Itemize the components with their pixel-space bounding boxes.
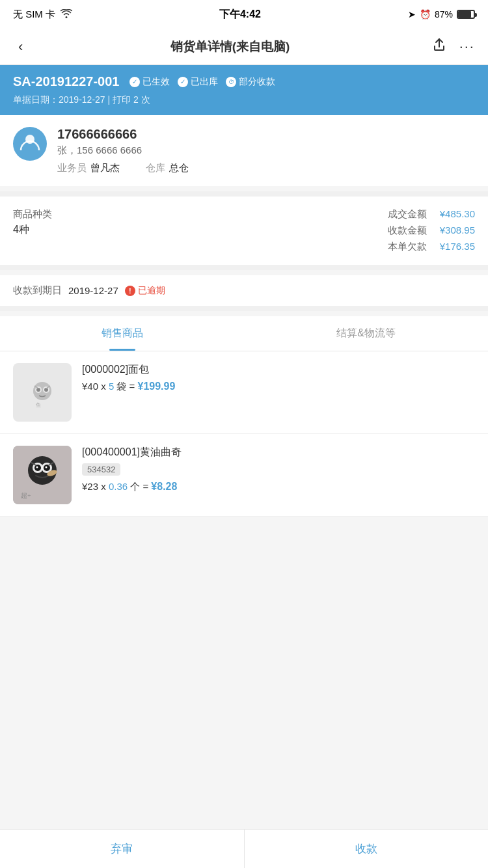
order-sub-info: 单据日期：2019-12-27 | 打印 2 次 <box>13 94 475 106</box>
product-type-count: 4种 <box>13 224 29 235</box>
customer-info: 17666666666 张，156 6666 6666 业务员 曾凡杰 仓库 总… <box>57 127 475 174</box>
product-price-1: ¥40 x 5 袋 = ¥199.99 <box>82 381 475 393</box>
page-title: 销货单详情(来自电脑) <box>170 38 290 55</box>
salesman-info: 业务员 曾凡杰 <box>57 162 120 174</box>
divider-3 <box>0 306 488 311</box>
product-type-label: 商品种类 <box>13 208 52 221</box>
received-value: ¥308.95 <box>440 224 475 237</box>
confirm-button[interactable]: 收款 <box>245 830 489 868</box>
status-right: ➤ ⏰ 87% <box>408 9 475 20</box>
due-date-label: 收款到期日 <box>13 284 62 297</box>
order-header-banner: SA-20191227-001 ✓ 已生效 ✓ 已出库 ⏱ 部分收款 单据日期：… <box>0 65 488 115</box>
stat-debt-row: 本单欠款 ¥176.35 <box>388 241 475 253</box>
warehouse-value: 总仓 <box>169 162 189 174</box>
badge-shipped: ✓ 已出库 <box>178 76 218 88</box>
stat-received-row: 收款金额 ¥308.95 <box>388 224 475 237</box>
svg-text:超+: 超+ <box>21 492 31 499</box>
product-total-1: ¥199.99 <box>138 381 176 392</box>
due-date-value: 2019-12-27 <box>68 285 118 296</box>
customer-id: 17666666666 <box>57 127 475 142</box>
product-name-1: [0000002]面包 <box>82 363 475 377</box>
received-label: 收款金额 <box>388 224 427 237</box>
customer-meta: 业务员 曾凡杰 仓库 总仓 <box>57 162 475 174</box>
order-status-badges: ✓ 已生效 ✓ 已出库 ⏱ 部分收款 <box>129 76 275 88</box>
carrier-text: 无 SIM 卡 <box>13 8 55 21</box>
product-image-2: 超+ <box>13 446 72 504</box>
status-time: 下午4:42 <box>219 8 261 21</box>
warehouse-info: 仓库 总仓 <box>146 162 189 174</box>
bottom-bar: 弃审 收款 <box>0 829 488 868</box>
tab-settlement[interactable]: 结算&物流等 <box>244 316 488 351</box>
debt-value: ¥176.35 <box>440 241 475 253</box>
product-details-1: [0000002]面包 ¥40 x 5 袋 = ¥199.99 <box>82 363 475 393</box>
salesman-label: 业务员 <box>57 162 87 174</box>
check-icon-1: ✓ <box>129 77 140 87</box>
order-id: SA-20191227-001 <box>13 74 119 89</box>
warehouse-label: 仓库 <box>146 162 165 174</box>
nav-bar: ‹ 销货单详情(来自电脑) ··· <box>0 29 488 65</box>
customer-avatar <box>13 127 47 161</box>
badge-partial: ⏱ 部分收款 <box>226 76 275 88</box>
tabs-container: 销售商品 结算&物流等 <box>0 316 488 351</box>
alarm-icon: ⏰ <box>420 9 431 20</box>
battery-percent: 87% <box>435 9 453 20</box>
product-sku-2: 534532 <box>82 463 120 476</box>
product-image-1: 鱼 <box>13 363 72 422</box>
product-item-2: 超+ [000400001]黄油曲奇 534532 ¥23 x 0.36 个 =… <box>0 434 488 517</box>
badge-effective: ✓ 已生效 <box>129 76 170 88</box>
customer-name-phone: 张，156 6666 6666 <box>57 144 475 157</box>
overdue-icon: ! <box>125 286 135 296</box>
nav-actions: ··· <box>432 38 475 55</box>
product-name-2: [000400001]黄油曲奇 <box>82 446 475 459</box>
svg-point-14 <box>46 467 47 468</box>
tab-sales-products[interactable]: 销售商品 <box>0 316 244 351</box>
status-left: 无 SIM 卡 <box>13 8 72 21</box>
back-button[interactable]: ‹ <box>13 33 28 61</box>
product-item-1: 鱼 [0000002]面包 ¥40 x 5 袋 = ¥199.99 <box>0 351 488 434</box>
amount-label: 成交金额 <box>388 208 427 221</box>
stats-section: 商品种类 4种 成交金额 ¥485.30 收款金额 ¥308.95 本单欠款 ¥… <box>0 197 488 265</box>
status-bar: 无 SIM 卡 下午4:42 ➤ ⏰ 87% <box>0 0 488 29</box>
cancel-button[interactable]: 弃审 <box>0 830 245 868</box>
svg-point-13 <box>36 467 38 468</box>
product-total-2: ¥8.28 <box>151 481 177 492</box>
avatar-icon <box>19 131 41 157</box>
product-qty-2: 0.36 <box>109 481 128 492</box>
stats-left: 商品种类 4种 <box>13 208 52 237</box>
divider-2 <box>0 265 488 270</box>
stat-amount-row: 成交金额 ¥485.30 <box>388 208 475 221</box>
amount-value: ¥485.30 <box>440 208 475 221</box>
share-button[interactable] <box>432 38 446 55</box>
location-icon: ➤ <box>408 9 416 20</box>
product-list: 鱼 [0000002]面包 ¥40 x 5 袋 = ¥199.99 <box>0 351 488 517</box>
due-date-section: 收款到期日 2019-12-27 ! 已逾期 <box>0 275 488 306</box>
product-details-2: [000400001]黄油曲奇 534532 ¥23 x 0.36 个 = ¥8… <box>82 446 475 493</box>
customer-section: 17666666666 张，156 6666 6666 业务员 曾凡杰 仓库 总… <box>0 115 488 186</box>
debt-label: 本单欠款 <box>388 241 427 253</box>
salesman-value: 曾凡杰 <box>90 162 120 174</box>
stats-right: 成交金额 ¥485.30 收款金额 ¥308.95 本单欠款 ¥176.35 <box>388 208 475 253</box>
more-button[interactable]: ··· <box>459 38 475 55</box>
product-price-2: ¥23 x 0.36 个 = ¥8.28 <box>82 481 475 493</box>
divider-1 <box>0 191 488 197</box>
overdue-badge: ! 已逾期 <box>125 285 165 297</box>
wifi-icon <box>61 9 72 20</box>
overdue-label: 已逾期 <box>138 285 165 297</box>
battery-icon <box>457 10 475 19</box>
clock-icon: ⏱ <box>226 77 236 87</box>
svg-text:鱼: 鱼 <box>36 402 41 408</box>
check-icon-2: ✓ <box>178 77 188 87</box>
product-qty-1: 5 <box>109 381 114 392</box>
